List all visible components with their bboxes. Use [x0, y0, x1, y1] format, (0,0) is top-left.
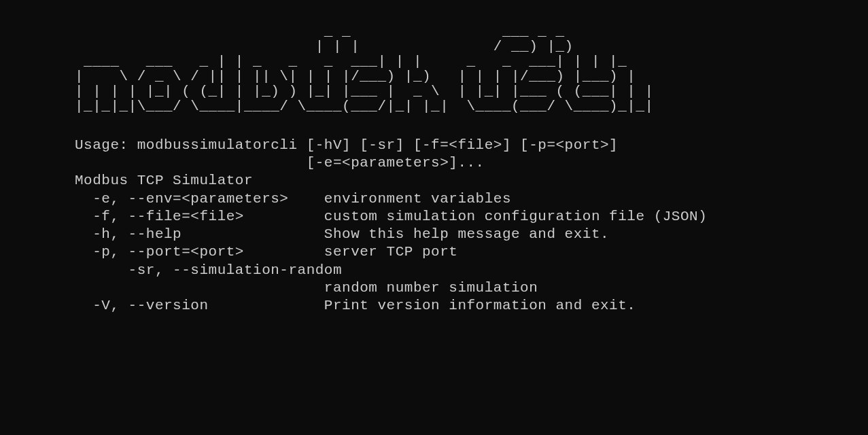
terminal-window[interactable]: _ _ ___ _ _ | | | / __) |_) ____ ___ _ |… — [0, 0, 868, 435]
help-output: Usage: modbussimulatorcli [-hV] [-sr] [-… — [0, 133, 868, 315]
ascii-logo: _ _ ___ _ _ | | | / __) |_) ____ ___ _ |… — [0, 18, 868, 114]
